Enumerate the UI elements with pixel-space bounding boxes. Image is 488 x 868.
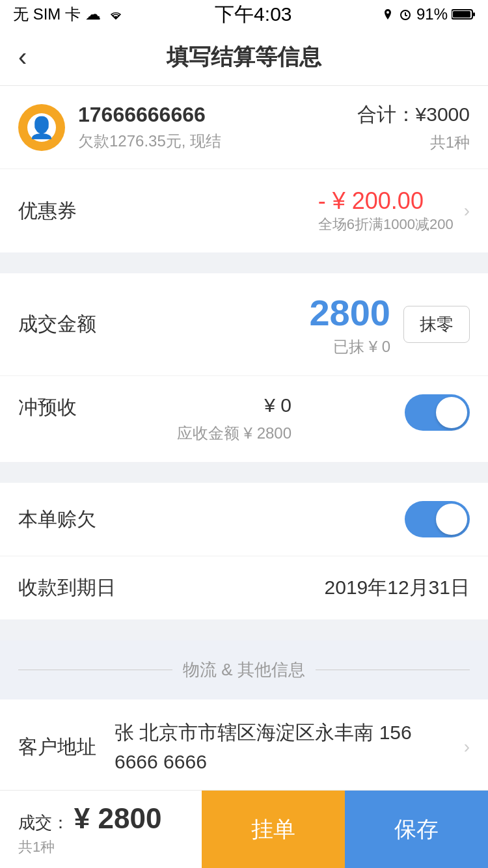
- status-time: 下午4:03: [215, 1, 291, 28]
- save-button[interactable]: 保存: [345, 791, 488, 869]
- user-total: 合计：¥3000 共1种: [357, 102, 470, 153]
- bottom-deal-row: 成交： ¥ 2800: [18, 802, 183, 835]
- chong-right: ¥ 0 应收金额 ¥ 2800: [177, 394, 291, 444]
- section-title: 物流 & 其他信息: [183, 658, 305, 681]
- location-icon: [381, 8, 394, 21]
- total-amount: 合计：¥3000: [357, 102, 470, 128]
- coupon-row[interactable]: 优惠券 - ¥ 200.00 全场6折满1000减200 ›: [0, 169, 488, 252]
- svg-rect-5: [453, 11, 470, 18]
- address-label: 客户地址: [18, 734, 96, 761]
- avatar-person-icon: 👤: [29, 115, 55, 140]
- bottom-info: 成交： ¥ 2800 共1种: [0, 802, 202, 857]
- user-phone: 17666666666: [78, 103, 357, 127]
- battery-text: 91%: [416, 5, 448, 23]
- section-line-right: [316, 670, 470, 670]
- bendi-qianqian-row: 本单赊欠: [0, 483, 488, 556]
- coupon-desc: 全场6折满1000减200: [318, 215, 454, 234]
- status-bar: 无 SIM 卡 ☁ 下午4:03 91%: [0, 0, 488, 29]
- address-card: 客户地址 张 北京市市辖区海淀区永丰南 156 6666 6666 ›: [0, 699, 488, 794]
- chong-receivable: 应收金额 ¥ 2800: [177, 423, 291, 444]
- content: 👤 17666666666 欠款1276.35元, 现结 合计：¥3000 共1…: [0, 86, 488, 868]
- alarm-icon: [398, 7, 413, 21]
- deal-amount-sub: 已抹 ¥ 0: [309, 336, 390, 357]
- back-button[interactable]: ‹: [18, 42, 27, 72]
- sim-label: 无 SIM 卡 ☁: [13, 4, 101, 25]
- toggle-knob: [436, 397, 467, 428]
- section-header: 物流 & 其他信息: [0, 640, 488, 699]
- address-value: 张 北京市市辖区海淀区永丰南 156 6666 6666: [115, 718, 457, 776]
- total-count: 共1种: [357, 132, 470, 153]
- bottom-amount: ¥ 2800: [74, 802, 162, 834]
- coupon-value-area: - ¥ 200.00 全场6折满1000减200: [318, 187, 454, 234]
- user-info-card: 👤 17666666666 欠款1276.35元, 现结 合计：¥3000 共1…: [0, 86, 488, 252]
- separator-3: [0, 630, 488, 640]
- wifi-icon: [106, 7, 126, 21]
- coupon-label: 优惠券: [18, 198, 77, 224]
- address-row[interactable]: 客户地址 张 北京市市辖区海淀区永丰南 156 6666 6666 ›: [0, 699, 488, 794]
- deal-amount-value-area: 2800 已抹 ¥ 0 抹零: [309, 292, 470, 357]
- bendi-qianqian-toggle[interactable]: [405, 501, 470, 537]
- chong-yushou-toggle[interactable]: [405, 394, 470, 431]
- avatar: 👤: [18, 104, 65, 151]
- bendi-qianqian-label: 本单赊欠: [18, 506, 96, 533]
- round-button[interactable]: 抹零: [403, 306, 470, 343]
- nav-bar: ‹ 填写结算等信息: [0, 29, 488, 86]
- deal-amount-row: 成交金额 2800 已抹 ¥ 0 抹零: [0, 273, 488, 375]
- amount-col: 2800 已抹 ¥ 0: [309, 292, 390, 357]
- toggle-knob-2: [436, 504, 467, 535]
- bottom-deal-label: 成交：: [18, 813, 69, 832]
- avatar-icon: 👤: [27, 113, 56, 142]
- bottom-bar: 成交： ¥ 2800 共1种 挂单 保存: [0, 790, 488, 868]
- deal-amount-value: 2800: [309, 292, 390, 334]
- status-right: 91%: [381, 5, 475, 23]
- deal-amount-label: 成交金额: [18, 311, 96, 338]
- page-title: 填写结算等信息: [167, 42, 321, 72]
- due-date-value: 2019年12月31日: [325, 575, 470, 601]
- coupon-value: - ¥ 200.00: [318, 187, 454, 215]
- deal-amount-card: 成交金额 2800 已抹 ¥ 0 抹零 冲预收 ¥ 0 应收金额 ¥ 2800: [0, 273, 488, 462]
- user-info: 17666666666 欠款1276.35元, 现结: [78, 103, 357, 152]
- svg-rect-4: [473, 12, 475, 16]
- status-left: 无 SIM 卡 ☁: [13, 4, 126, 25]
- chong-yushou-label: 冲预收: [18, 394, 77, 421]
- coupon-chevron-right-icon: ›: [464, 200, 470, 221]
- due-date-label: 收款到期日: [18, 575, 116, 601]
- chong-amount: ¥ 0: [264, 394, 291, 416]
- user-debt: 欠款1276.35元, 现结: [78, 131, 357, 152]
- bendi-qianqian-card: 本单赊欠 收款到期日 2019年12月31日: [0, 483, 488, 619]
- section-line-left: [18, 670, 172, 670]
- battery-icon: [452, 8, 475, 20]
- separator-1: [0, 263, 488, 273]
- user-row: 👤 17666666666 欠款1276.35元, 现结 合计：¥3000 共1…: [0, 86, 488, 169]
- address-chevron-right-icon: ›: [464, 737, 470, 757]
- chong-yushou-row: 冲预收 ¥ 0 应收金额 ¥ 2800: [0, 375, 488, 462]
- bottom-count: 共1种: [18, 837, 183, 857]
- separator-2: [0, 472, 488, 483]
- hang-button[interactable]: 挂单: [202, 791, 345, 869]
- due-date-row: 收款到期日 2019年12月31日: [0, 556, 488, 619]
- coupon-right: - ¥ 200.00 全场6折满1000减200 ›: [318, 187, 470, 234]
